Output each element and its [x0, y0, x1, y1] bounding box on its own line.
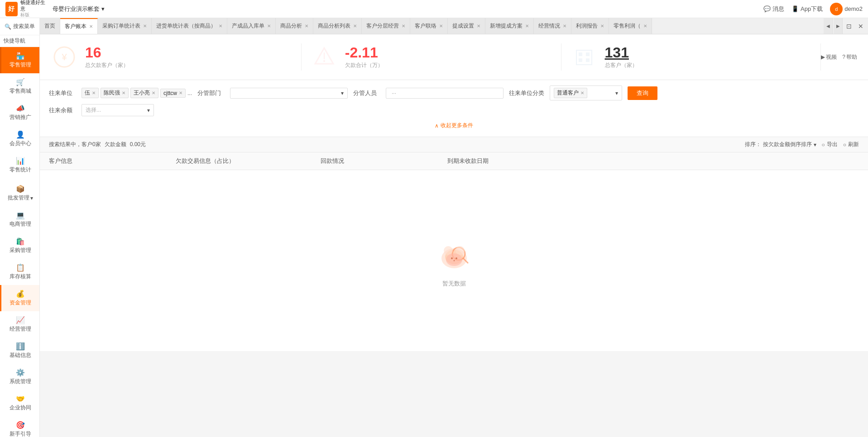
- tab-raise-settings-close[interactable]: ✕: [477, 24, 480, 28]
- filter-tag-common-customer-close[interactable]: ✕: [580, 90, 584, 95]
- tab-profit-report-close[interactable]: ✕: [600, 24, 604, 28]
- tab-business-status-close[interactable]: ✕: [563, 24, 566, 28]
- dept-chevron-icon: ▾: [341, 90, 344, 96]
- filter-tag-chen-close[interactable]: ✕: [122, 90, 125, 95]
- empty-text: 暂无数据: [442, 280, 466, 288]
- tab-prev-btn[interactable]: ◀: [824, 18, 833, 34]
- stat-text-customers: 16 总欠款客户（家）: [85, 45, 129, 69]
- sidebar-item-system-label: 系统管理: [3, 378, 38, 385]
- help-btn[interactable]: ? 帮助: [842, 53, 857, 61]
- tab-new-raise[interactable]: 新增提成方案 ✕: [485, 18, 534, 34]
- tab-profit-report[interactable]: 利润报告 ✕: [571, 18, 609, 34]
- sort-select[interactable]: 排序： 按欠款金额倒序排序 ▾: [745, 141, 816, 148]
- sort-value: 按欠款金额倒序排序: [763, 141, 812, 148]
- query-button[interactable]: 查询: [628, 86, 657, 100]
- app-download-btn[interactable]: 📱 App下载: [791, 5, 823, 13]
- refresh-btn[interactable]: ○ 刷新: [843, 141, 859, 148]
- sidebar-item-retail-stat[interactable]: 📊 零售统计: [0, 152, 39, 178]
- stat-value-customers: 16: [85, 45, 129, 60]
- filter-tag-wang-close[interactable]: ✕: [152, 90, 155, 95]
- sidebar-item-wholesale[interactable]: 📦 批发管理 ▾: [0, 180, 39, 206]
- marketing-icon: 📣: [3, 104, 38, 113]
- search-menu-btn[interactable]: 🔍 搜索菜单: [0, 18, 39, 35]
- tab-retail-profit-close[interactable]: ✕: [643, 24, 647, 28]
- tab-goods-analysis[interactable]: 商品分析 ✕: [276, 18, 313, 34]
- video-help-btn[interactable]: ▶ 视频: [821, 53, 837, 61]
- unit-filter-label: 往来单位: [49, 89, 76, 97]
- person-filter-more-icon[interactable]: ···: [392, 90, 396, 96]
- tab-stock-in-stat-close[interactable]: ✕: [219, 24, 222, 28]
- main-layout: 🔍 搜索菜单 快捷导航 🏪 零售管理 🛒 零售商城 📣 营销推广 👤 会员中心 …: [0, 18, 868, 437]
- play-icon: ▶: [821, 54, 825, 60]
- result-summary: 搜索结果中，客户0家: [49, 141, 101, 148]
- user-profile[interactable]: d demo2: [830, 3, 863, 15]
- tab-close-all-btn[interactable]: ✕: [855, 21, 866, 32]
- sidebar-item-new-guide[interactable]: 🎯 新手引导: [0, 416, 39, 437]
- stat-label-balance: 欠款合计（万）: [345, 62, 383, 69]
- sidebar-item-marketing[interactable]: 📣 营销推广: [0, 100, 39, 126]
- svg-point-18: [456, 257, 457, 259]
- result-amount-label: 欠款金额: [105, 141, 126, 148]
- category-filter-select[interactable]: 普通客户 ✕ ▾: [550, 86, 622, 100]
- help-label: 帮助: [846, 53, 857, 61]
- tab-purchase-order[interactable]: 采购订单统计表 ✕: [98, 18, 152, 34]
- tab-purchase-order-close[interactable]: ✕: [143, 24, 147, 28]
- tab-expand-btn[interactable]: ⊡: [844, 21, 854, 32]
- tab-customer-balance[interactable]: 客户账本 ✕: [60, 18, 98, 34]
- logo-text-area: 畅捷通好生意 标版: [20, 0, 45, 18]
- inventory-icon: 📋: [3, 263, 38, 272]
- tab-retail-profit[interactable]: 零售利润（ ✕: [609, 18, 652, 34]
- quick-nav-btn[interactable]: 快捷导航: [0, 35, 39, 47]
- filter-tag-cjttcw-close[interactable]: ✕: [179, 90, 182, 95]
- tab-customer-contact-close[interactable]: ✕: [439, 24, 443, 28]
- dept-filter-select[interactable]: ▾: [230, 88, 348, 99]
- collapse-filters-btn[interactable]: ∧ 收起更多条件: [49, 120, 859, 131]
- sidebar-item-retail-mall[interactable]: 🛒 零售商城: [0, 73, 39, 100]
- export-btn[interactable]: ○ 导出: [822, 141, 838, 148]
- sidebar-item-inventory[interactable]: 📋 库存核算: [0, 259, 39, 285]
- sidebar-item-basic-info[interactable]: ℹ️ 基础信息: [0, 337, 39, 364]
- refresh-icon: ○: [843, 142, 846, 148]
- tab-product-in[interactable]: 产成品入库单 ✕: [227, 18, 276, 34]
- tab-customer-balance-label: 客户账本: [65, 23, 86, 30]
- tab-customer-layer[interactable]: 客户分层经营 ✕: [362, 18, 410, 34]
- finance-icon: 💰: [3, 290, 38, 298]
- tab-raise-settings[interactable]: 提成设置 ✕: [448, 18, 485, 34]
- sidebar-item-enterprise[interactable]: 🤝 企业协同: [0, 390, 39, 416]
- sort-label: 排序：: [745, 141, 761, 148]
- logo-icon: 好: [5, 2, 18, 16]
- retail-mall-icon: 🛒: [3, 78, 38, 86]
- video-label: 视频: [826, 53, 837, 61]
- tab-home[interactable]: 首页: [40, 18, 60, 34]
- tab-business-status[interactable]: 经营情况 ✕: [534, 18, 571, 34]
- filter-more-btn[interactable]: ...: [187, 90, 192, 96]
- tab-new-raise-close[interactable]: ✕: [525, 24, 529, 28]
- tab-next-btn[interactable]: ▶: [834, 18, 843, 34]
- sidebar-item-purchase[interactable]: 🛍️ 采购管理: [0, 233, 39, 259]
- tab-goods-analysis-list-close[interactable]: ✕: [353, 24, 357, 28]
- tab-customer-balance-close[interactable]: ✕: [89, 24, 93, 29]
- tab-goods-analysis-list[interactable]: 商品分析列表 ✕: [313, 18, 362, 34]
- tab-customer-contact[interactable]: 客户联络 ✕: [410, 18, 448, 34]
- logo-sub: 标版: [20, 12, 45, 18]
- system-selector[interactable]: 母婴行业演示帐套 ▾: [49, 3, 108, 15]
- sidebar-item-finance[interactable]: 💰 资金管理: [0, 285, 39, 311]
- filter-tag-common-customer-label: 普通客户: [557, 89, 579, 97]
- tab-product-in-close[interactable]: ✕: [267, 24, 271, 28]
- person-filter-select[interactable]: ···: [386, 88, 504, 99]
- stat-card-balance: -2.11 欠款合计（万）: [302, 43, 561, 71]
- tab-stock-in-stat[interactable]: 进货单统计表（按商品） ✕: [152, 18, 227, 34]
- message-btn[interactable]: 💬 消息: [763, 5, 784, 13]
- tab-controls: ◀ ▶ ⊡ ✕: [824, 18, 868, 34]
- sidebar-item-operations-label: 经营管理: [3, 325, 38, 333]
- sidebar-item-member[interactable]: 👤 会员中心: [0, 126, 39, 152]
- filter-tag-wu-close[interactable]: ✕: [92, 90, 96, 95]
- tab-customer-layer-close[interactable]: ✕: [402, 24, 405, 28]
- tab-goods-analysis-close[interactable]: ✕: [305, 24, 308, 28]
- sidebar-item-system[interactable]: ⚙️ 系统管理: [0, 364, 39, 390]
- sidebar-item-operations[interactable]: 📈 经营管理: [0, 311, 39, 337]
- filter-tag-chen-label: 陈民强: [104, 89, 120, 97]
- balance-filter-select[interactable]: 选择... ▾: [82, 104, 154, 116]
- sidebar-item-ecommerce[interactable]: 💻 电商管理: [0, 206, 39, 233]
- sidebar-item-retail[interactable]: 🏪 零售管理: [0, 47, 39, 73]
